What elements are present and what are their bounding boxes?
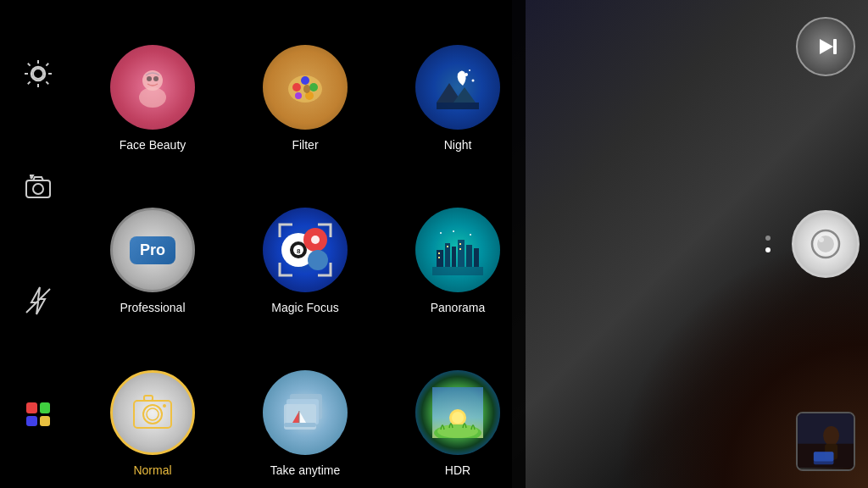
svg-point-58 [452,412,464,424]
pro-icon: Pro [110,208,195,292]
svg-rect-37 [447,246,448,247]
mode-take-anytime[interactable]: Take anytime [263,370,348,477]
color-cell-blue [26,416,37,427]
svg-text:8: 8 [297,247,301,255]
color-cell-green [40,402,51,413]
color-grid [26,402,50,426]
svg-rect-34 [474,248,479,267]
right-sidebar [783,0,868,488]
svg-rect-36 [438,257,440,258]
filter-icon [263,45,348,130]
take-anytime-label: Take anytime [270,463,340,477]
video-button[interactable] [796,17,855,76]
flash-off-icon[interactable] [17,280,59,322]
take-anytime-icon [263,370,348,455]
mode-night[interactable]: Night [415,45,500,152]
svg-point-10 [292,83,301,92]
svg-rect-55 [284,423,316,427]
svg-rect-71 [814,452,834,461]
svg-rect-31 [452,247,456,267]
filter-label: Filter [292,138,318,152]
svg-rect-47 [144,396,153,401]
svg-rect-35 [438,252,440,254]
svg-point-15 [303,85,310,93]
hdr-label: HDR [445,463,470,477]
magic-focus-label: Magic Focus [271,301,338,314]
svg-point-8 [153,76,159,81]
svg-point-6 [139,87,166,108]
mode-magic-focus[interactable]: 8 Magic Focus [263,208,348,314]
svg-point-48 [163,404,166,408]
color-cell-red [26,402,37,413]
mode-face-beauty[interactable]: Face Beauty [110,45,195,152]
svg-rect-62 [833,39,837,54]
svg-point-65 [819,237,824,242]
hdr-icon [415,370,500,455]
svg-point-12 [309,83,318,92]
svg-point-41 [440,232,442,234]
svg-point-0 [33,69,43,79]
svg-point-27 [311,236,320,244]
panorama-icon [415,208,500,292]
panorama-label: Panorama [431,301,486,314]
svg-point-11 [301,76,309,85]
svg-marker-61 [820,39,833,54]
svg-point-17 [472,80,475,82]
svg-point-28 [308,250,328,270]
dot-2 [765,247,771,252]
color-cell-yellow [40,416,51,427]
pro-badge: Pro [130,236,175,264]
svg-rect-40 [432,267,483,275]
mode-hdr[interactable]: HDR [415,370,500,477]
normal-icon [110,370,195,455]
svg-point-7 [147,76,152,81]
svg-point-14 [295,92,302,99]
night-icon [415,45,500,130]
thumbnail-preview [798,413,854,469]
dot-1 [765,236,771,241]
left-sidebar [0,0,76,488]
normal-label: Normal [133,463,171,477]
svg-point-46 [147,408,159,420]
professional-label: Professional [120,301,185,314]
flip-camera-icon[interactable] [17,166,59,208]
mode-normal[interactable]: Normal [110,370,195,477]
capture-button[interactable] [792,210,860,278]
modes-grid: Face Beauty Filter [76,0,585,488]
face-beauty-label: Face Beauty [120,138,186,152]
mode-panorama[interactable]: Panorama [415,208,500,314]
svg-point-43 [470,234,471,236]
night-label: Night [444,138,472,152]
settings-icon[interactable] [17,53,59,95]
mode-professional[interactable]: Pro Professional [110,208,195,314]
svg-rect-38 [459,243,461,245]
svg-point-68 [823,426,839,446]
face-beauty-icon [110,45,195,130]
last-photo-thumbnail[interactable] [796,412,855,471]
magic-focus-icon: 8 [263,208,348,292]
svg-rect-33 [466,245,472,267]
svg-line-4 [26,289,50,313]
mode-filter[interactable]: Filter [263,45,348,152]
svg-rect-39 [459,248,461,250]
svg-point-18 [469,69,470,71]
mode-grid-icon[interactable] [17,393,59,435]
svg-rect-21 [437,103,479,109]
svg-point-42 [453,230,454,232]
svg-point-3 [33,184,43,194]
dots-indicator [765,236,771,252]
